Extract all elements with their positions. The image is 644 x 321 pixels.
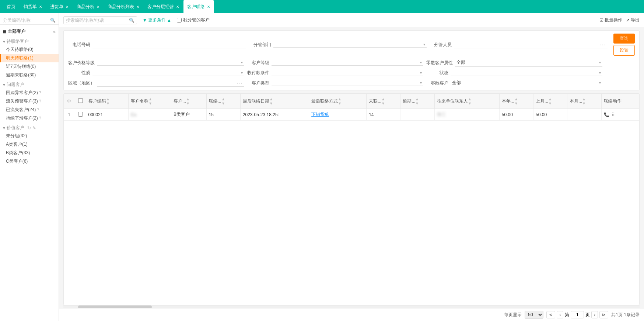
filter-region-dots[interactable]: ··· (237, 80, 243, 86)
row-last-month: 50.00 (533, 109, 567, 121)
sidebar-item-churn-warning[interactable]: 流失预警客户(3) ? (0, 97, 59, 106)
sort-last-contact-date-icon[interactable]: ▴▾ (270, 97, 272, 106)
sort-this-month-icon[interactable]: ▴▾ (583, 97, 585, 106)
edit-value-icon[interactable]: ✎ (32, 125, 36, 131)
sidebar-item-class-b[interactable]: B类客户(33) (0, 149, 59, 157)
query-button[interactable]: 查询 (613, 34, 635, 44)
export-button[interactable]: ↗ 导出 (626, 17, 640, 23)
filter-dept-select[interactable]: ▾ (273, 42, 427, 48)
nav-customer-tier[interactable]: 客户分层经营 ✕ (144, 0, 183, 13)
sidebar-item-class-c[interactable]: C类客户(6) (0, 157, 59, 166)
nav-sales-label: 销货单 (24, 4, 37, 10)
row-last-contact-date: 2023-05-23 18:25: (240, 109, 309, 121)
sidebar-item-ungrouped[interactable]: 未分组(32) (0, 132, 59, 140)
nav-customer-contact[interactable]: 客户联络 ✕ (183, 0, 214, 13)
search-icon[interactable]: 🔍 (129, 18, 134, 23)
my-customer-checkbox-container[interactable]: 我分管的客户 (177, 17, 210, 23)
filter-payment-select[interactable]: ▾ (272, 70, 423, 76)
filter-retail-customer-select[interactable]: 全部 ▾ (451, 79, 602, 87)
batch-action-button[interactable]: ☑ 批量操作 (599, 17, 622, 23)
sort-last-month-icon[interactable]: ▴▾ (549, 97, 551, 106)
filter-customer-grade-select[interactable]: ▾ (272, 60, 423, 66)
collapse-icon[interactable]: « (53, 29, 56, 34)
action-icons: 📞 ⠿ (604, 112, 637, 117)
sidebar-search-input[interactable] (3, 18, 50, 23)
nav-home[interactable]: 首页 (3, 0, 19, 13)
sort-type-icon[interactable]: ▴▾ (187, 97, 189, 106)
sort-contact-person-icon[interactable]: ▴▾ (469, 97, 471, 106)
chevron-down-icon9: ▾ (599, 81, 601, 85)
table-row: 1 000021 Ea B类客户 15 2023-05-23 18:25: 下销… (64, 109, 639, 121)
customer-name: Ea (131, 112, 136, 117)
phone-action-icon[interactable]: 📞 (604, 112, 609, 117)
sidebar-item-tomorrow[interactable]: 明天待联络(1) (0, 54, 59, 62)
row-contact-count: 15 (206, 109, 240, 121)
sidebar-item-7days[interactable]: 近7天待联络(0) (0, 62, 59, 71)
filter-phone: 电话号码 (68, 41, 246, 48)
sidebar-item-repurchase-anomaly[interactable]: 回购异常客户(2) ? (0, 89, 59, 97)
batch-icon: ☑ (599, 18, 603, 23)
table-wrapper: ⚙ 客户编码 ▴▾ 客户名称 (63, 93, 640, 305)
filter-row-4: 区域（地区） ··· 客户类型 ▾ 零散客户 全部 ▾ (68, 79, 635, 87)
more-filter-button[interactable]: ▼ 更多条件 ▲ (140, 15, 174, 25)
sort-code-icon[interactable]: ▴▾ (107, 97, 109, 106)
filter-customer-grade: 客户等级 ▾ (247, 60, 423, 66)
prev-page-button[interactable]: ‹ (557, 311, 563, 318)
filter-phone-input[interactable] (92, 41, 246, 48)
close-customer-contact-icon[interactable]: ✕ (207, 5, 210, 9)
page-number-input[interactable] (571, 311, 584, 318)
filter-customer-type-select[interactable]: ▾ (272, 80, 423, 86)
batch-action-label: 批量操作 (605, 17, 622, 23)
nav-sales-order[interactable]: 销货单 ✕ (20, 0, 46, 13)
nav-product-analysis-list[interactable]: 商品分析列表 ✕ (104, 0, 143, 13)
sidebar-item-churned[interactable]: 已流失客户(24) ? (0, 106, 59, 114)
nav-product-analysis[interactable]: 商品分析 ✕ (73, 0, 103, 13)
sort-last-contact-method-icon[interactable]: ▴▾ (339, 97, 341, 106)
close-sales-icon[interactable]: ✕ (39, 5, 42, 9)
select-all-checkbox[interactable] (78, 98, 83, 103)
sidebar-item-today[interactable]: 今天待联络(0) (0, 45, 59, 54)
filter-nature-label: 性质 (68, 70, 90, 76)
my-customer-checkbox[interactable] (177, 18, 182, 23)
row-select-checkbox[interactable] (78, 112, 83, 117)
reset-button[interactable]: 设置 (613, 45, 635, 56)
nav-purchase-order[interactable]: 进货单 ✕ (46, 0, 72, 13)
sidebar-search-icon[interactable]: 🔍 (50, 18, 56, 23)
filter-actions: 查询 设置 (613, 34, 635, 56)
first-page-button[interactable]: ⊲ (546, 311, 555, 318)
filter-retail-attr-select[interactable]: 全部 ▾ (455, 59, 602, 67)
sort-overdue-icon[interactable]: ▴▾ (416, 97, 418, 106)
filter-retail-customer-value: 全部 (452, 80, 599, 86)
filter-customer-grade-label: 客户等级 (247, 60, 269, 66)
sort-uncontacted-icon[interactable]: ▴▾ (382, 97, 384, 106)
page-size-select[interactable]: 50 100 200 (525, 311, 543, 319)
close-purchase-icon[interactable]: ✕ (66, 5, 69, 9)
filter-price-grade-select[interactable]: ▾ (97, 60, 244, 66)
sidebar-item-declining[interactable]: 持续下滑客户(2) ? (0, 114, 59, 122)
horizontal-scrollbar[interactable] (63, 305, 640, 308)
search-box: 🔍 (63, 16, 137, 24)
filter-manager-dots[interactable]: ··· (600, 42, 606, 47)
close-product-analysis-icon[interactable]: ✕ (97, 5, 99, 9)
sort-this-year-icon[interactable]: ▴▾ (515, 97, 517, 106)
filter-nature: 性质 ▾ (68, 70, 244, 76)
sidebar-all-customers[interactable]: ▦ 全部客户 « (0, 27, 59, 36)
close-product-analysis-list-icon[interactable]: ✕ (136, 5, 139, 9)
filter-status-label: 状态 (426, 70, 448, 76)
filter-phone-label: 电话号码 (68, 42, 90, 48)
contact-method-link[interactable]: 下销货单 (311, 112, 329, 117)
filter-status-select[interactable]: ▾ (451, 70, 602, 76)
settings-icon[interactable]: ⚙ (67, 99, 71, 104)
sort-contact-count-icon[interactable]: ▴▾ (222, 97, 224, 106)
sidebar-item-overdue[interactable]: 逾期未联络(30) (0, 71, 59, 79)
filter-nature-select[interactable]: ▾ (92, 70, 244, 76)
search-input[interactable] (66, 18, 129, 23)
col-last-month: 上月... ▴▾ (533, 94, 567, 109)
refresh-icon[interactable]: ↻ (27, 125, 31, 131)
close-customer-tier-icon[interactable]: ✕ (176, 5, 179, 9)
last-page-button[interactable]: ⊳ (599, 311, 608, 318)
qr-action-icon[interactable]: ⠿ (612, 112, 615, 117)
next-page-button[interactable]: › (591, 311, 598, 318)
sidebar-item-class-a[interactable]: A类客户(1) (0, 140, 59, 149)
sort-name-icon[interactable]: ▴▾ (149, 97, 151, 106)
